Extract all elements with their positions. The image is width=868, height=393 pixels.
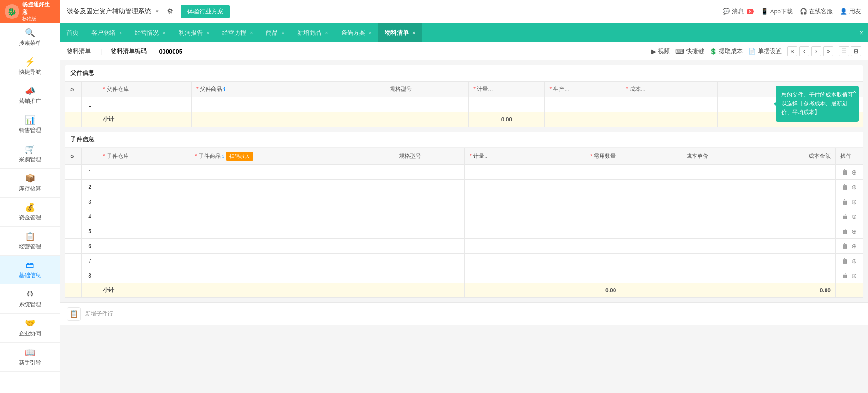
add-child-row-button[interactable]: 📋 [67, 307, 81, 321]
sidebar-item-enterprise[interactable]: 🤝 企业协同 [0, 314, 60, 343]
sidebar-item-purchase[interactable]: 🛒 采购管理 [0, 139, 60, 169]
tooltip-close-button[interactable]: × [853, 88, 856, 97]
copy-row-5-button[interactable]: ⊕ [851, 228, 857, 235]
close-operations-status-tab[interactable]: × [163, 30, 165, 36]
card-view-button[interactable]: ⊞ [851, 46, 861, 56]
tab-operations-history[interactable]: 经营历程 × [216, 23, 259, 42]
copy-row-1-button[interactable]: ⊕ [851, 169, 857, 176]
sidebar-item-sales[interactable]: 📊 销售管理 [0, 110, 60, 139]
tab-barcode-plan[interactable]: 条码方案 × [335, 23, 378, 42]
child-row-8-goods[interactable] [190, 268, 394, 283]
tab-operations-status[interactable]: 经营情况 × [128, 23, 172, 42]
child-row-6-goods[interactable] [190, 239, 394, 254]
parent-row-1-spec[interactable] [385, 97, 469, 112]
delete-row-1-button[interactable]: 🗑 [842, 169, 848, 176]
child-row-5-warehouse[interactable] [98, 224, 190, 239]
next-page-button[interactable]: › [811, 46, 821, 56]
child-row-2-goods[interactable] [190, 180, 394, 194]
tab-goods[interactable]: 商品 × [259, 23, 291, 42]
parent-row-1-unit[interactable] [469, 97, 545, 112]
child-row-6-warehouse[interactable] [98, 239, 190, 254]
child-row-7-warehouse[interactable] [98, 254, 190, 268]
child-col-settings[interactable]: ⚙ [65, 148, 82, 165]
close-profit-report-tab[interactable]: × [206, 30, 209, 36]
child-row-8-unit[interactable] [465, 268, 529, 283]
tab-profit-report[interactable]: 利润报告 × [172, 23, 216, 42]
parent-col-settings[interactable]: ⚙ [65, 82, 82, 97]
parent-row-1-goods[interactable] [191, 97, 385, 112]
parent-row-1-production[interactable] [545, 97, 621, 112]
child-row-3-qty[interactable] [529, 194, 621, 209]
child-row-8-qty[interactable] [529, 268, 621, 283]
child-row-2-warehouse[interactable] [98, 180, 190, 194]
delete-row-7-button[interactable]: 🗑 [842, 257, 848, 265]
child-row-5-qty[interactable] [529, 224, 621, 239]
child-row-3-warehouse[interactable] [98, 194, 190, 209]
online-service-button[interactable]: 🎧 在线客服 [800, 7, 833, 16]
child-row-7-goods[interactable] [190, 254, 394, 268]
child-row-7-spec[interactable] [394, 254, 465, 268]
child-row-1-warehouse[interactable] [98, 165, 190, 180]
parent-row-1-cost[interactable] [621, 97, 718, 112]
child-row-4-spec[interactable] [394, 209, 465, 224]
child-row-3-goods[interactable] [190, 194, 394, 209]
sidebar-item-guide[interactable]: 📖 新手引导 [0, 343, 60, 372]
extract-cost-action[interactable]: 💲 提取成本 [710, 47, 743, 55]
delete-row-2-button[interactable]: 🗑 [842, 183, 848, 191]
copy-row-4-button[interactable]: ⊕ [851, 213, 857, 220]
close-all-tabs[interactable]: × [855, 29, 868, 36]
child-row-7-unit[interactable] [465, 254, 529, 268]
delete-row-6-button[interactable]: 🗑 [842, 242, 848, 250]
child-row-1-spec[interactable] [394, 165, 465, 180]
close-operations-history-tab[interactable]: × [250, 30, 253, 36]
child-row-5-unit[interactable] [465, 224, 529, 239]
single-settings-action[interactable]: 📄 单据设置 [748, 47, 782, 55]
delete-row-4-button[interactable]: 🗑 [842, 213, 848, 220]
sidebar-item-finance[interactable]: 💰 资金管理 [0, 198, 60, 227]
close-goods-tab[interactable]: × [282, 30, 284, 36]
child-row-4-warehouse[interactable] [98, 209, 190, 224]
close-barcode-plan-tab[interactable]: × [369, 30, 372, 36]
close-new-goods-tab[interactable]: × [325, 30, 328, 36]
sidebar-item-quick-nav[interactable]: ⚡ 快捷导航 [0, 52, 60, 81]
sidebar-item-inventory[interactable]: 📦 库存核算 [0, 169, 60, 198]
tab-customer[interactable]: 客户联络 × [85, 23, 128, 42]
scan-input-button[interactable]: 扫码录入 [226, 152, 253, 161]
tab-new-goods[interactable]: 新增商品 × [291, 23, 334, 42]
close-customer-tab[interactable]: × [119, 30, 122, 36]
user-avatar[interactable]: 👤 用友 [840, 7, 861, 16]
sidebar-item-marketing[interactable]: 📣 营销推广 [0, 81, 60, 110]
child-row-3-spec[interactable] [394, 194, 465, 209]
child-row-8-spec[interactable] [394, 268, 465, 283]
dropdown-arrow[interactable]: ▾ [156, 8, 159, 15]
video-action[interactable]: ▶ 视频 [651, 47, 670, 55]
child-row-2-unit[interactable] [465, 180, 529, 194]
delete-row-3-button[interactable]: 🗑 [842, 198, 848, 206]
child-row-8-warehouse[interactable] [98, 268, 190, 283]
child-row-4-qty[interactable] [529, 209, 621, 224]
child-row-4-goods[interactable] [190, 209, 394, 224]
copy-row-3-button[interactable]: ⊕ [851, 198, 857, 206]
shortcut-action[interactable]: ⌨ 快捷键 [675, 47, 704, 55]
copy-row-2-button[interactable]: ⊕ [851, 183, 857, 191]
sidebar-item-basic-info[interactable]: 🗃 基础信息 [0, 256, 60, 284]
prev-page-button[interactable]: ‹ [799, 46, 809, 56]
child-row-2-spec[interactable] [394, 180, 465, 194]
child-row-1-qty[interactable] [529, 165, 621, 180]
copy-row-6-button[interactable]: ⊕ [851, 242, 857, 250]
sidebar-item-operations[interactable]: 📋 经营管理 [0, 227, 60, 256]
child-row-6-unit[interactable] [465, 239, 529, 254]
trial-button[interactable]: 体验行业方案 [181, 5, 230, 18]
close-material-list-tab[interactable]: × [412, 30, 415, 36]
first-page-button[interactable]: « [787, 46, 797, 56]
settings-button[interactable]: ⚙ [163, 5, 176, 18]
child-row-4-unit[interactable] [465, 209, 529, 224]
delete-row-8-button[interactable]: 🗑 [842, 272, 848, 279]
copy-row-7-button[interactable]: ⊕ [851, 257, 857, 265]
child-row-1-goods[interactable] [190, 165, 394, 180]
child-row-5-spec[interactable] [394, 224, 465, 239]
child-row-6-qty[interactable] [529, 239, 621, 254]
app-download-button[interactable]: 📱 App下载 [761, 7, 793, 16]
child-row-1-unit[interactable] [465, 165, 529, 180]
last-page-button[interactable]: » [823, 46, 833, 56]
